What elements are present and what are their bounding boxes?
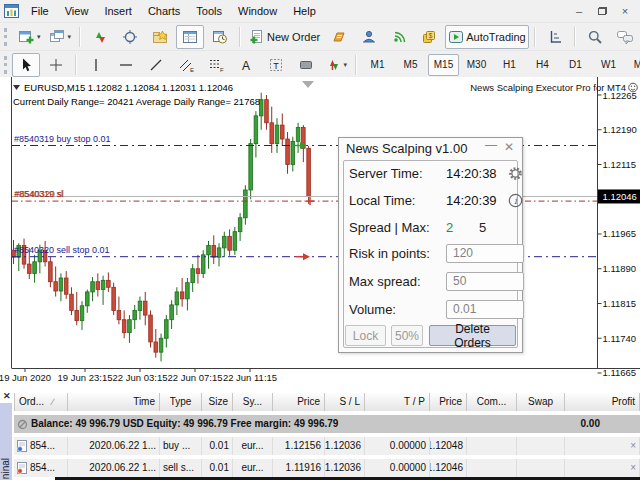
menu-item-tools[interactable]: Tools <box>188 1 230 21</box>
timeframe-button-mn[interactable]: MN <box>626 54 640 76</box>
news-scalping-panel[interactable]: News Scalping v1.00 — ✕ Server Time: 14:… <box>338 137 523 353</box>
terminal-panel: ✕ ninal Ord...∕TimeTypeSizeSy...PriceS /… <box>0 388 640 480</box>
price-chart[interactable]: #8540319 buy stop 0.01#8540319 sl#854032… <box>0 77 640 388</box>
market-watch-toggle-button[interactable] <box>176 25 204 49</box>
column-header-swap[interactable]: Swap <box>517 393 565 411</box>
window-close-button[interactable]: × <box>618 4 632 18</box>
chart-levels-button[interactable] <box>541 25 569 49</box>
profiles-button[interactable]: ▾ <box>46 25 75 49</box>
fibonacci-tool-button[interactable]: F <box>202 53 230 77</box>
balance-row[interactable]: Balance: 49 996.79 USD Equity: 49 996.79… <box>14 415 640 433</box>
menu-item-file[interactable]: File <box>23 1 57 21</box>
chart-background <box>0 77 640 388</box>
timeframe-button-h4[interactable]: H4 <box>527 54 558 76</box>
column-header-time[interactable]: Time <box>68 393 160 411</box>
menu-item-help[interactable]: Help <box>285 1 324 21</box>
max-spread-label: Max spread: <box>349 274 421 289</box>
server-time-row: Server Time: 14:20:38 <box>349 163 516 183</box>
order-doc-icon <box>17 462 27 474</box>
autotrading-button[interactable]: AutoTrading <box>445 25 529 49</box>
spread-label: Spread | Max: <box>349 220 430 235</box>
settings-gear-icon[interactable] <box>507 165 524 182</box>
order-doc-icon <box>17 440 27 452</box>
panel-close-button[interactable]: ✕ <box>502 140 516 156</box>
timeframe-button-h1[interactable]: H1 <box>494 54 525 76</box>
timeframe-button-m1[interactable]: M1 <box>362 54 393 76</box>
risk-input[interactable] <box>446 244 524 263</box>
market-button[interactable]: $ <box>415 25 443 49</box>
window-restore-button[interactable] <box>595 4 609 18</box>
signals-button[interactable] <box>385 25 413 49</box>
column-header-tp[interactable]: T / P <box>365 393 430 411</box>
arrows-tool-button[interactable]: ▾ <box>322 53 350 77</box>
chat-bubbles-icon <box>616 29 634 45</box>
menu-item-view[interactable]: View <box>57 1 97 21</box>
max-spread-input[interactable] <box>446 272 524 291</box>
column-header-profit[interactable]: Profit <box>565 393 640 411</box>
order-cell: 2020.06.22 1... <box>68 437 160 455</box>
time-axis-label: 19 Jun 23:15 <box>58 372 113 383</box>
label-tool-button[interactable]: T <box>262 53 290 77</box>
chat-button[interactable] <box>611 25 639 49</box>
volume-input[interactable] <box>446 300 524 319</box>
standard-toolbar: ▾ ▾ New Order <box>0 22 640 51</box>
info-icon[interactable]: i <box>507 192 524 209</box>
zoom-button[interactable] <box>581 25 609 49</box>
order-cell: sell s... <box>160 459 202 477</box>
shapes-tool-button[interactable] <box>292 53 320 77</box>
tick-chart-button[interactable] <box>86 25 114 49</box>
vertical-line-tool-button[interactable] <box>82 53 110 77</box>
lock-button[interactable]: Lock <box>345 325 386 346</box>
column-header-type[interactable]: Type <box>160 393 202 411</box>
timeframe-button-m15[interactable]: M15 <box>428 54 459 76</box>
column-header-price[interactable]: Price <box>273 393 325 411</box>
timeframe-button-d1[interactable]: D1 <box>560 54 591 76</box>
toolbar-grip[interactable] <box>4 28 10 46</box>
terminal-tab[interactable]: ninal <box>0 403 12 480</box>
community-button[interactable] <box>355 25 383 49</box>
new-chart-button[interactable]: ▾ <box>15 25 44 49</box>
favorites-button[interactable] <box>146 25 174 49</box>
data-window-button[interactable] <box>206 25 234 49</box>
daily-range-text: Current Daily Range= 20421 Average Daily… <box>13 96 260 107</box>
community-person-icon <box>361 29 377 45</box>
panel-minimize-button[interactable]: — <box>484 138 498 156</box>
close-order-button[interactable]: × <box>565 459 640 477</box>
autotrading-label: AutoTrading <box>466 31 526 43</box>
timeframe-button-m30[interactable]: M30 <box>461 54 492 76</box>
price-axis-label: 1.12115 <box>603 159 637 170</box>
sort-indicator-icon: ∕ <box>52 397 54 407</box>
cursor-tool-button[interactable] <box>12 53 40 77</box>
order-row-sell[interactable]: 854...2020.06.22 1...sell s...0.01eur...… <box>14 459 640 477</box>
new-order-button[interactable]: New Order <box>246 25 323 49</box>
column-header-com[interactable]: Com... <box>467 393 517 411</box>
menu-item-charts[interactable]: Charts <box>140 1 188 21</box>
menu-item-insert[interactable]: Insert <box>96 1 140 21</box>
column-header-sl[interactable]: S / L <box>325 393 365 411</box>
horizontal-line-tool-button[interactable] <box>112 53 140 77</box>
fifty-percent-button[interactable]: 50% <box>391 325 423 346</box>
column-header-size[interactable]: Size <box>202 393 233 411</box>
price-axis[interactable]: 1.122651.121901.121151.119651.118901.118… <box>598 90 640 379</box>
close-order-button[interactable]: × <box>565 437 640 455</box>
price-axis-label: 1.11890 <box>603 263 637 274</box>
menu-item-window[interactable]: Window <box>230 1 285 21</box>
crosshair-target-button[interactable] <box>116 25 144 49</box>
channel-tool-button[interactable]: E <box>172 53 200 77</box>
toolbar-grip[interactable] <box>4 56 7 74</box>
time-axis[interactable]: 19 Jun 202019 Jun 23:1522 Jun 03:1522 Ju… <box>0 369 277 383</box>
window-minimize-button[interactable]: – <box>572 4 586 18</box>
timeframe-button-m5[interactable]: M5 <box>395 54 426 76</box>
metaeditor-button[interactable] <box>325 25 353 49</box>
timeframe-button-w1[interactable]: W1 <box>593 54 624 76</box>
column-header-current-price[interactable]: Price <box>430 393 467 411</box>
order-row-buy[interactable]: 854...2020.06.22 1...buy ...0.01eur...1.… <box>14 437 640 455</box>
delete-orders-button[interactable]: Delete Orders <box>429 325 516 346</box>
trendline-tool-button[interactable] <box>142 53 170 77</box>
column-header-ord[interactable]: Ord...∕ <box>14 393 68 411</box>
chart-window[interactable]: #8540319 buy stop 0.01#8540319 sl#854032… <box>0 77 640 388</box>
crosshair-tool-button[interactable] <box>42 53 70 77</box>
text-tool-button[interactable]: A <box>232 53 260 77</box>
column-header-sy[interactable]: Sy... <box>233 393 273 411</box>
terminal-close-button[interactable]: ✕ <box>3 391 11 401</box>
